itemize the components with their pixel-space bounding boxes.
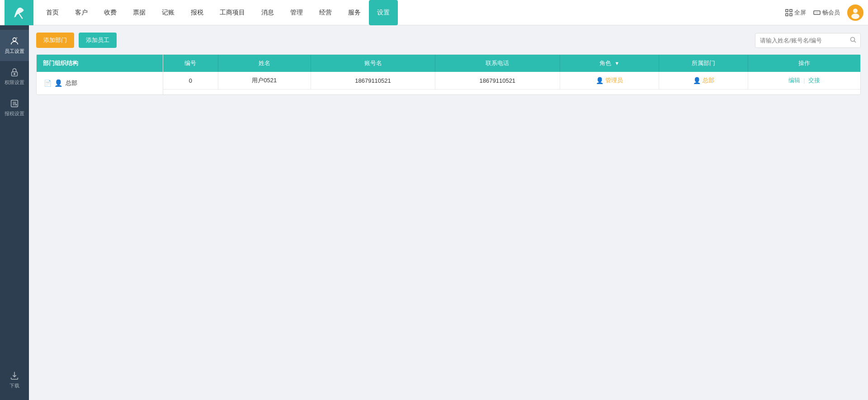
transfer-action[interactable]: 交接 <box>808 77 820 84</box>
svg-rect-1 <box>790 9 792 12</box>
col-header-actions: 操作 <box>748 55 860 72</box>
sidebar-label-permissions: 权限设置 <box>5 79 24 86</box>
sidebar-item-download[interactable]: 下载 <box>0 364 29 395</box>
sidebar-item-taxsettings[interactable]: 报税设置 <box>0 92 29 123</box>
avatar[interactable] <box>847 5 863 21</box>
search-box <box>755 33 861 48</box>
nav-item-operation[interactable]: 经营 <box>311 0 340 25</box>
sidebar-item-employee[interactable]: 员工设置 <box>0 30 29 61</box>
col-role-label: 角色 <box>599 60 611 66</box>
nav-item-settings[interactable]: 设置 <box>369 0 398 25</box>
nav-item-business[interactable]: 工商项目 <box>212 0 253 25</box>
svg-rect-3 <box>790 14 792 16</box>
col-header-id: 编号 <box>163 55 218 72</box>
col-header-phone: 联系电话 <box>435 55 560 72</box>
nav-item-billing[interactable]: 收费 <box>96 0 125 25</box>
add-dept-button[interactable]: 添加部门 <box>36 33 74 48</box>
nav-item-invoice[interactable]: 票据 <box>125 0 154 25</box>
dept-person-icon: 👤 <box>54 79 63 87</box>
sidebar-label-download: 下载 <box>9 382 19 389</box>
svg-point-5 <box>853 9 858 13</box>
role-badge: 👤 管理员 <box>596 76 623 85</box>
edit-action[interactable]: 编辑 <box>788 77 800 84</box>
dept-pane: 部门组织结构 📄 👤 总部 <box>37 55 163 94</box>
content-area: 添加部门 添加员工 部门组织结构 📄 👤 总部 <box>29 25 868 400</box>
table-pane: 编号 姓名 账号名 联系电话 角色 ▼ 所属部门 操作 <box>163 55 860 94</box>
nav-item-manage[interactable]: 管理 <box>282 0 311 25</box>
search-input[interactable] <box>755 34 846 47</box>
fullscreen-label: 全屏 <box>794 9 806 17</box>
nav-item-home[interactable]: 首页 <box>38 0 67 25</box>
cell-account: 18679110521 <box>311 72 435 89</box>
nav-item-tax[interactable]: 报税 <box>183 0 212 25</box>
sidebar-item-permissions[interactable]: 权限设置 <box>0 61 29 92</box>
main-layout: 员工设置 权限设置 报税设置 下载 <box>0 25 868 400</box>
dept-label: 总部 <box>703 76 714 85</box>
role-label: 管理员 <box>605 76 623 85</box>
dept-person-icon: 👤 <box>693 77 701 84</box>
dept-pane-header: 部门组织结构 <box>37 55 163 72</box>
filter-icon: ▼ <box>614 61 619 66</box>
dept-tree-item-root[interactable]: 📄 👤 总部 <box>42 76 157 90</box>
cell-dept: 👤 总部 <box>659 72 748 89</box>
dept-tree: 📄 👤 总部 <box>37 72 163 94</box>
top-navbar: 首页 客户 收费 票据 记账 报税 工商项目 消息 管理 经营 服务 设置 全屏… <box>0 0 868 25</box>
cell-id: 0 <box>163 72 218 89</box>
sidebar: 员工设置 权限设置 报税设置 下载 <box>0 25 29 400</box>
col-header-role[interactable]: 角色 ▼ <box>560 55 659 72</box>
cell-phone: 18679110521 <box>435 72 560 89</box>
logo <box>5 0 33 25</box>
sidebar-bottom: 下载 <box>0 364 29 400</box>
dept-file-icon: 📄 <box>44 80 52 87</box>
cell-actions: 编辑 | 交接 <box>748 72 860 89</box>
svg-point-6 <box>851 14 859 19</box>
sidebar-label-taxsettings: 报税设置 <box>5 110 24 117</box>
toolbar: 添加部门 添加员工 <box>36 33 861 48</box>
action-separator: | <box>803 77 805 84</box>
col-header-account: 账号名 <box>311 55 435 72</box>
nav-item-message[interactable]: 消息 <box>253 0 282 25</box>
dept-root-label: 总部 <box>66 79 77 87</box>
sidebar-label-employee: 员工设置 <box>5 48 24 55</box>
nav-item-accounting[interactable]: 记账 <box>154 0 183 25</box>
nav-item-service[interactable]: 服务 <box>340 0 369 25</box>
table-row: 0 用户0521 18679110521 18679110521 👤 管理员 <box>163 72 860 89</box>
role-person-icon: 👤 <box>596 77 604 84</box>
svg-point-9 <box>14 73 15 75</box>
col-header-name: 姓名 <box>218 55 311 72</box>
col-header-dept: 所属部门 <box>659 55 748 72</box>
fullscreen-button[interactable]: 全屏 <box>785 9 806 17</box>
vip-label: 畅会员 <box>822 9 840 17</box>
nav-right: 全屏 畅会员 <box>785 5 863 21</box>
svg-point-11 <box>15 104 17 106</box>
cell-name: 用户0521 <box>218 72 311 89</box>
add-staff-button[interactable]: 添加员工 <box>79 33 117 48</box>
svg-point-7 <box>13 38 16 41</box>
svg-rect-0 <box>786 9 788 12</box>
cell-role: 👤 管理员 <box>560 72 659 89</box>
dept-badge: 👤 总部 <box>693 76 714 85</box>
nav-item-customer[interactable]: 客户 <box>67 0 96 25</box>
svg-rect-2 <box>786 14 788 16</box>
nav-items: 首页 客户 收费 票据 记账 报税 工商项目 消息 管理 经营 服务 设置 <box>38 0 785 25</box>
two-pane-container: 部门组织结构 📄 👤 总部 编号 姓名 账号名 <box>36 54 861 95</box>
vip-button[interactable]: 畅会员 <box>813 9 840 17</box>
employee-table: 编号 姓名 账号名 联系电话 角色 ▼ 所属部门 操作 <box>163 55 860 89</box>
search-button[interactable] <box>846 33 860 47</box>
